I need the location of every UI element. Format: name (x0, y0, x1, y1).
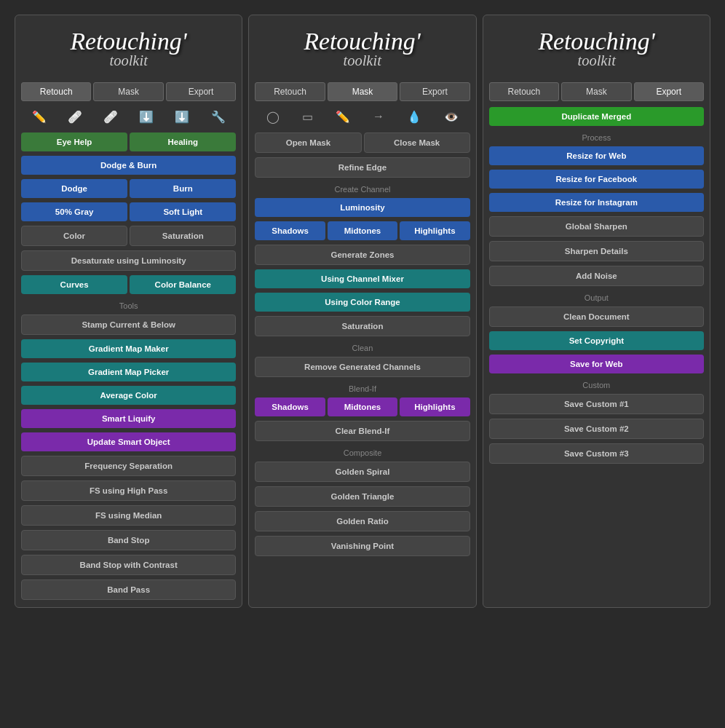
btn-vanishing-point[interactable]: Vanishing Point (255, 536, 470, 556)
btn-shadows[interactable]: Shadows (255, 221, 325, 240)
btn-dodge--burn[interactable]: Dodge & Burn (21, 156, 236, 175)
btn-golden-spiral[interactable]: Golden Spiral (255, 462, 470, 482)
btn-smart-liquify[interactable]: Smart Liquify (21, 409, 236, 428)
tool-icon-1[interactable]: 🩹 (68, 110, 82, 124)
tool-icon-2[interactable]: 🩹 (103, 110, 118, 124)
tab-export[interactable]: Export (634, 82, 704, 101)
btn-band-stop[interactable]: Band Stop (21, 530, 236, 550)
btn-luminosity[interactable]: Luminosity (255, 198, 470, 217)
svg-text:toolkit: toolkit (344, 52, 383, 68)
tool-icon-5[interactable]: 🔧 (211, 110, 226, 124)
panel-retouch: Retouching' toolkit RetouchMaskExport✏️🩹… (15, 15, 242, 608)
btn-save-custom-1[interactable]: Save Custom #1 (489, 394, 704, 414)
btn-remove-generated-channels[interactable]: Remove Generated Channels (255, 357, 470, 377)
tab-mask[interactable]: Mask (561, 82, 631, 101)
btn-save-custom-2[interactable]: Save Custom #2 (489, 419, 704, 439)
btn-average-color[interactable]: Average Color (21, 386, 236, 405)
tab-mask[interactable]: Mask (328, 82, 397, 101)
panel-export: Retouching' toolkit RetouchMaskExportDup… (483, 15, 710, 608)
button-row: DodgeBurn (21, 179, 236, 198)
btn-resize-for-instagram[interactable]: Resize for Instagram (489, 193, 704, 212)
btn-gradient-map-maker[interactable]: Gradient Map Maker (21, 339, 236, 358)
btn-midtones[interactable]: Midtones (328, 397, 397, 416)
btn-gradient-map-picker[interactable]: Gradient Map Picker (21, 363, 236, 381)
logo-area: Retouching' toolkit (255, 21, 470, 75)
tool-icon-0[interactable]: ✏️ (32, 110, 47, 124)
btn-global-sharpen[interactable]: Global Sharpen (489, 216, 704, 237)
tool-icon-1[interactable]: ▭ (302, 110, 313, 124)
tool-icon-5[interactable]: 👁️ (444, 110, 459, 124)
btn-update-smart-object[interactable]: Update Smart Object (21, 432, 236, 451)
btn-healing[interactable]: Healing (130, 132, 236, 151)
btn-saturation[interactable]: Saturation (255, 316, 470, 336)
btn-saturation[interactable]: Saturation (130, 226, 236, 246)
btn-save-custom-3[interactable]: Save Custom #3 (489, 443, 704, 464)
tab-export[interactable]: Export (400, 82, 470, 101)
btn-highlights[interactable]: Highlights (400, 221, 470, 240)
btn-dodge[interactable]: Dodge (21, 179, 127, 198)
icon-row: ◯▭✏️→💧👁️ (255, 107, 470, 127)
btn-fs-using-high-pass[interactable]: FS using High Pass (21, 480, 236, 501)
btn-golden-triangle[interactable]: Golden Triangle (255, 486, 470, 507)
btn-golden-ratio[interactable]: Golden Ratio (255, 511, 470, 531)
btn-50-gray[interactable]: 50% Gray (21, 202, 127, 221)
btn-stamp-current--below[interactable]: Stamp Current & Below (21, 314, 236, 335)
btn-shadows[interactable]: Shadows (255, 397, 325, 416)
btn-refine-edge[interactable]: Refine Edge (255, 157, 470, 178)
main-container: Retouching' toolkit RetouchMaskExport✏️🩹… (7, 7, 718, 615)
tool-icon-0[interactable]: ◯ (266, 110, 280, 124)
btn-resize-for-facebook[interactable]: Resize for Facebook (489, 170, 704, 189)
btn-curves[interactable]: Curves (21, 275, 127, 294)
section-label: Tools (21, 301, 236, 310)
svg-text:Retouching': Retouching' (304, 28, 421, 55)
section-label: Blend-If (255, 384, 470, 393)
tool-icon-3[interactable]: ⬇️ (139, 110, 154, 124)
svg-text:Retouching': Retouching' (70, 28, 188, 55)
btn-resize-for-web[interactable]: Resize for Web (489, 146, 704, 165)
section-label: Clean (255, 344, 470, 352)
btn-burn[interactable]: Burn (130, 179, 236, 198)
tab-export[interactable]: Export (166, 82, 236, 101)
logo-area: Retouching' toolkit (21, 21, 236, 75)
button-row: CurvesColor Balance (21, 275, 236, 294)
btn-color[interactable]: Color (21, 226, 127, 246)
btn-set-copyright[interactable]: Set Copyright (489, 331, 704, 350)
section-label: Process (489, 133, 704, 142)
tool-icon-3[interactable]: → (373, 110, 384, 124)
btn-color-balance[interactable]: Color Balance (130, 275, 236, 294)
btn-open-mask[interactable]: Open Mask (255, 132, 361, 153)
btn-clear-blend-if[interactable]: Clear Blend-If (255, 421, 470, 441)
section-label: Composite (255, 448, 470, 457)
btn-generate-zones[interactable]: Generate Zones (255, 245, 470, 265)
tab-retouch[interactable]: Retouch (21, 82, 91, 101)
btn-fs-using-median[interactable]: FS using Median (21, 505, 236, 526)
btn-highlights[interactable]: Highlights (400, 397, 470, 416)
btn-save-for-web[interactable]: Save for Web (489, 355, 704, 373)
tab-retouch[interactable]: Retouch (489, 82, 559, 101)
button-row: ColorSaturation (21, 226, 236, 246)
button-row: 50% GraySoft Light (21, 202, 236, 221)
btn-close-mask[interactable]: Close Mask (364, 132, 470, 153)
btn-duplicate-merged[interactable]: Duplicate Merged (489, 107, 704, 126)
btn-using-color-range[interactable]: Using Color Range (255, 293, 470, 312)
btn-band-pass[interactable]: Band Pass (21, 579, 236, 600)
tab-row: RetouchMaskExport (489, 82, 704, 101)
btn-eye-help[interactable]: Eye Help (21, 132, 127, 151)
tab-retouch[interactable]: Retouch (255, 82, 325, 101)
btn-midtones[interactable]: Midtones (328, 221, 397, 240)
tool-icon-4[interactable]: ⬇️ (175, 110, 189, 124)
tool-icon-4[interactable]: 💧 (407, 110, 421, 124)
btn-using-channel-mixer[interactable]: Using Channel Mixer (255, 269, 470, 288)
btn-sharpen-details[interactable]: Sharpen Details (489, 241, 704, 261)
icon-row: ✏️🩹🩹⬇️⬇️🔧 (21, 107, 236, 127)
btn-desaturate-using-luminosity[interactable]: Desaturate using Luminosity (21, 250, 236, 271)
panel-mask: Retouching' toolkit RetouchMaskExport◯▭✏… (248, 15, 476, 608)
btn-frequency-separation[interactable]: Frequency Separation (21, 456, 236, 476)
tab-mask[interactable]: Mask (93, 82, 163, 101)
btn-band-stop-with-contrast[interactable]: Band Stop with Contrast (21, 555, 236, 575)
btn-add-noise[interactable]: Add Noise (489, 266, 704, 286)
tool-icon-2[interactable]: ✏️ (336, 110, 350, 124)
btn-soft-light[interactable]: Soft Light (130, 202, 236, 221)
section-label: Custom (489, 381, 704, 389)
btn-clean-document[interactable]: Clean Document (489, 306, 704, 327)
